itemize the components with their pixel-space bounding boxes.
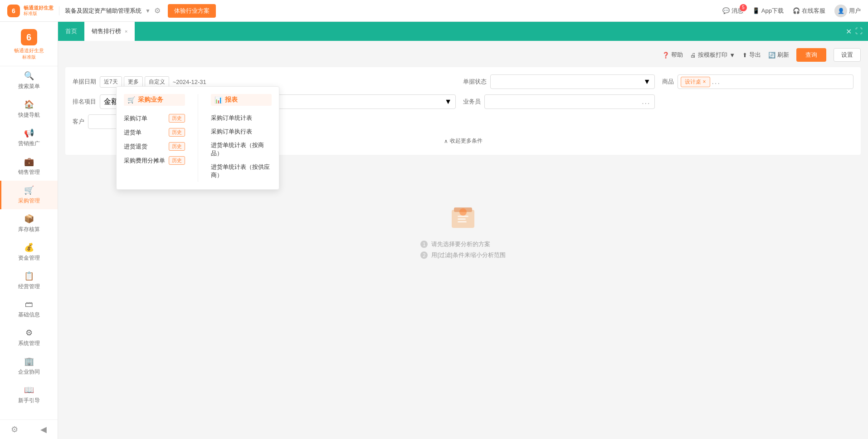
- export-btn[interactable]: ⬆ 导出: [742, 51, 761, 59]
- online-service-item[interactable]: 🎧 在线客服: [793, 7, 825, 15]
- print-btn[interactable]: 🖨 按模板打印 ▼: [690, 51, 735, 59]
- headset-icon: 🎧: [793, 7, 800, 14]
- sidebar-label-marketing: 营销推广: [18, 140, 40, 148]
- message-icon: 💬: [722, 7, 730, 14]
- tab-close-icon[interactable]: ×: [125, 29, 127, 34]
- menu-item-purchase-order[interactable]: 采购订单 历史: [124, 111, 185, 125]
- phone-icon: 📱: [752, 7, 760, 14]
- goods-input[interactable]: 设计桌 × ...: [678, 74, 854, 89]
- app-download-label: App下载: [761, 7, 784, 15]
- date-label: 单据日期: [73, 78, 96, 86]
- refresh-btn[interactable]: 🔄 刷新: [768, 51, 789, 59]
- empty-tip-text-1: 请先选择要分析的方案: [431, 240, 490, 248]
- settings-btn[interactable]: 设置: [834, 48, 861, 62]
- salesman-input[interactable]: ...: [484, 94, 655, 109]
- voucher-status-select[interactable]: ▼: [490, 74, 655, 89]
- online-service-label: 在线客服: [802, 7, 825, 15]
- tab-sales-ranking[interactable]: 销售排行榜 ×: [84, 22, 135, 41]
- purchase-expense-tag: 历史: [169, 156, 185, 165]
- customer-label: 客户: [73, 118, 84, 126]
- filter-group-date: 单据日期 近7天 更多 自定义 ~2024-12-31: [73, 76, 456, 88]
- purchase-expense-label: 采购费用分摊单: [124, 157, 165, 165]
- purchase-section: 🛒 采购业务 采购订单 历史 进货单 历史 进货退货 历史: [124, 94, 185, 182]
- sidebar-item-search[interactable]: 🔍 搜索菜单: [0, 66, 58, 95]
- sidebar-item-sales[interactable]: 💼 销售管理: [0, 152, 58, 181]
- goods-more-btn[interactable]: ...: [712, 78, 721, 86]
- inbound-tag: 历史: [169, 128, 185, 137]
- user-item[interactable]: 👤 用户: [834, 5, 861, 17]
- sidebar-item-operations[interactable]: 📋 经营管理: [0, 266, 58, 295]
- salesman-more-btn[interactable]: ...: [642, 98, 650, 106]
- sidebar-logo: 6 畅通道好生意 标准版: [0, 25, 58, 66]
- sidebar-label-basic-info: 基础信息: [18, 311, 40, 319]
- toolbar: ❓ 帮助 🖨 按模板打印 ▼ ⬆ 导出 🔄 刷新 查询 设置: [65, 48, 861, 62]
- goods-tag-close[interactable]: ×: [703, 79, 706, 85]
- sidebar-item-marketing[interactable]: 📢 营销推广: [0, 123, 58, 152]
- sales-icon: 💼: [24, 157, 34, 167]
- home-icon: 🏠: [24, 99, 34, 109]
- sidebar-label-search: 搜索菜单: [18, 83, 40, 90]
- sidebar-item-finance[interactable]: 💰 资金管理: [0, 238, 58, 266]
- sidebar: 6 畅通道好生意 标准版 🔍 搜索菜单 🏠 快捷导航 📢 营销推广 💼 销售管理…: [0, 22, 58, 439]
- inbound-label: 进货单: [124, 128, 141, 137]
- search-icon: 🔍: [24, 71, 34, 81]
- menu-item-purchase-order-exec[interactable]: 采购订单执行表: [211, 125, 272, 138]
- date-btn-7[interactable]: 近7天: [100, 76, 122, 88]
- date-value: ~2024-12-31: [173, 79, 206, 85]
- purchase-section-icon: 🛒: [127, 96, 135, 104]
- sidebar-item-newbie[interactable]: 📖 新手引导: [0, 380, 58, 409]
- purchase-order-stat-label: 采购订单统计表: [211, 114, 252, 122]
- menu-item-inbound-return[interactable]: 进货退货 历史: [124, 139, 185, 153]
- sidebar-item-corp[interactable]: 🏢 企业协同: [0, 352, 58, 380]
- trial-btn[interactable]: 体验行业方案: [168, 4, 216, 18]
- help-btn[interactable]: ❓ 帮助: [662, 51, 683, 59]
- sidebar-logo-icon: 6: [21, 29, 37, 45]
- date-btn-custom[interactable]: 自定义: [145, 76, 169, 88]
- sidebar-label-inventory: 库存核算: [18, 226, 40, 233]
- tab-home[interactable]: 首页: [58, 22, 84, 41]
- menu-item-purchase-order-stat[interactable]: 采购订单统计表: [211, 111, 272, 125]
- inbound-stat-goods-label: 进货单统计表（按商品）: [211, 141, 272, 158]
- menu-item-purchase-expense[interactable]: 采购费用分摊单 历史: [124, 153, 185, 168]
- voucher-status-arrow: ▼: [644, 78, 651, 86]
- settings-icon[interactable]: ⚙: [154, 6, 161, 15]
- app-download-item[interactable]: 📱 App下载: [752, 7, 784, 15]
- sidebar-settings-btn[interactable]: ⚙: [11, 424, 18, 434]
- filter-group-voucher-status: 单据状态 ▼: [463, 74, 655, 89]
- export-label: 导出: [749, 51, 761, 59]
- sidebar-label-newbie: 新手引导: [18, 397, 40, 404]
- sidebar-item-basic-info[interactable]: 🗃 基础信息: [0, 295, 58, 323]
- message-icon-item[interactable]: 💬 消息 5: [722, 7, 743, 15]
- query-btn[interactable]: 查询: [796, 48, 826, 62]
- goods-label: 商品: [662, 78, 674, 86]
- menu-item-inbound-stat-supplier[interactable]: 进货单统计表（按供应商）: [211, 160, 272, 182]
- brand-name: 畅通道好生意: [24, 5, 54, 11]
- purchase-dropdown-menu: 🛒 采购业务 采购订单 历史 进货单 历史 进货退货 历史: [116, 86, 279, 190]
- tab-window-close-icon[interactable]: ✕: [846, 27, 852, 36]
- date-btn-more[interactable]: 更多: [124, 76, 143, 88]
- help-icon: ❓: [662, 52, 669, 59]
- report-section: 📊 报表 采购订单统计表 采购订单执行表 进货单统计表（按商品） 进货单统计表（…: [211, 94, 272, 182]
- sidebar-label-purchase: 采购管理: [18, 197, 40, 205]
- sidebar-item-inventory[interactable]: 📦 库存核算: [0, 209, 58, 238]
- menu-item-inbound-stat-goods[interactable]: 进货单统计表（按商品）: [211, 138, 272, 160]
- sidebar-collapse-btn[interactable]: ◀: [40, 424, 47, 434]
- purchase-icon: 🛒: [24, 185, 34, 195]
- report-section-title: 📊 报表: [211, 94, 272, 106]
- system-title: 装备及固定资产辅助管理系统: [65, 7, 141, 15]
- tab-maximize-icon[interactable]: ⛶: [855, 27, 863, 35]
- goods-tag: 设计桌 ×: [681, 77, 710, 87]
- sidebar-item-system[interactable]: ⚙ 系统管理: [0, 323, 58, 352]
- empty-tip-num-1: 1: [420, 241, 428, 248]
- sidebar-label-operations: 经营管理: [18, 283, 40, 291]
- purchase-order-label: 采购订单: [124, 114, 147, 123]
- svg-point-2: [459, 208, 467, 216]
- report-section-icon: 📊: [215, 96, 222, 104]
- sidebar-item-quick-nav[interactable]: 🏠 快捷导航: [0, 95, 58, 123]
- sidebar-item-purchase[interactable]: 🛒 采购管理: [0, 181, 58, 209]
- finance-icon: 💰: [24, 242, 34, 252]
- menu-item-inbound[interactable]: 进货单 历史: [124, 125, 185, 139]
- collapse-label: 收起更多条件: [450, 137, 483, 145]
- sidebar-label-corp: 企业协同: [18, 368, 40, 376]
- sidebar-label-system: 系统管理: [18, 340, 40, 347]
